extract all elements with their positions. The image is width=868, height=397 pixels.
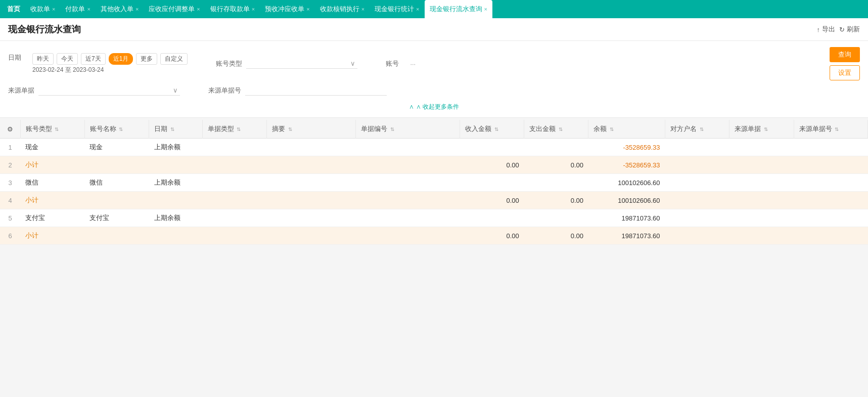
date-btn-more[interactable]: 更多 (136, 53, 157, 65)
date-btn-custom[interactable]: 自定义 (160, 53, 188, 65)
cell-source-doc-no (794, 192, 867, 209)
cell-counterparty (665, 209, 729, 227)
nav-tab-receipt[interactable]: 收款单 × (25, 0, 60, 18)
sort-icon-account-type: ⇅ (55, 126, 59, 132)
account-label: 账号 (386, 59, 406, 68)
search-settings-group: 查询 设置 (830, 47, 860, 80)
date-btn-yesterday[interactable]: 昨天 (32, 53, 54, 65)
nav-tab-other-income[interactable]: 其他收入单 × (96, 0, 144, 18)
col-settings[interactable]: ⚙ (0, 120, 20, 139)
account-group: 账号 ··· (386, 59, 416, 68)
sort-icon-doc-type: ⇅ (237, 126, 241, 132)
cell-account-name: 支付宝 (84, 209, 149, 227)
col-account-type[interactable]: 账号类型 ⇅ (20, 120, 84, 139)
nav-tab-prepay-label: 预收冲应收单 (265, 5, 304, 14)
source-doc-label: 来源单据 (8, 86, 34, 95)
export-label: 导出 (822, 25, 835, 34)
nav-tab-receipt-close[interactable]: × (52, 6, 55, 12)
cell-expense (524, 174, 588, 192)
col-income[interactable]: 收入金额 ⇅ (460, 120, 524, 139)
nav-tab-adjust[interactable]: 应收应付调整单 × (144, 0, 205, 18)
nav-tab-verify[interactable]: 收款核销执行 × (315, 0, 370, 18)
cell-account-type: 小计 (20, 156, 84, 174)
cell-doc-no (356, 209, 460, 227)
refresh-button[interactable]: ↻ 刷新 (839, 25, 860, 34)
nav-tab-stats-close[interactable]: × (416, 6, 419, 12)
col-doc-no[interactable]: 单据编号 ⇅ (356, 120, 460, 139)
nav-home[interactable]: 首页 (2, 0, 25, 18)
col-doc-type[interactable]: 单据类型 ⇅ (202, 120, 266, 139)
gear-icon: ⚙ (7, 125, 13, 133)
cell-account-name: 微信 (84, 174, 149, 192)
header-actions: ↑ 导出 ↻ 刷新 (817, 25, 860, 34)
nav-tab-bank-deposit-close[interactable]: × (252, 6, 255, 12)
cell-counterparty (665, 174, 729, 192)
nav-tab-flow-close[interactable]: × (484, 6, 487, 12)
col-account-name[interactable]: 账号名称 ⇅ (84, 120, 149, 139)
export-button[interactable]: ↑ 导出 (817, 25, 836, 34)
data-table: ⚙ 账号类型 ⇅ 账号名称 ⇅ 日期 ⇅ 单据类型 ⇅ (0, 120, 868, 245)
cell-summary (267, 209, 356, 227)
nav-tab-receipt-label: 收款单 (30, 5, 50, 14)
cell-balance: -3528659.33 (588, 139, 665, 156)
date-btn-1month[interactable]: 近1月 (109, 53, 133, 65)
header-row: ⚙ 账号类型 ⇅ 账号名称 ⇅ 日期 ⇅ 单据类型 ⇅ (0, 120, 868, 139)
nav-tab-flow[interactable]: 现金银行流水查询 × (425, 0, 492, 18)
nav-tab-adjust-close[interactable]: × (197, 6, 200, 12)
source-doc-select[interactable]: ∨ (38, 85, 180, 96)
cell-summary (267, 192, 356, 209)
nav-tab-payment[interactable]: 付款单 × (60, 0, 95, 18)
table-row: 4 小计 0.00 0.00 100102606.60 (0, 192, 868, 209)
table-row: 2 小计 0.00 0.00 -3528659.33 (0, 156, 868, 174)
col-counterparty[interactable]: 对方户名 ⇅ (665, 120, 729, 139)
account-type-select[interactable]: ∨ (246, 59, 357, 69)
cell-income (460, 174, 524, 192)
cell-index: 1 (0, 139, 20, 156)
date-options: 昨天 今天 近7天 近1月 更多 自定义 (32, 53, 188, 65)
filter-row-2: 来源单据 ∨ 来源单据号 (8, 85, 860, 96)
table-row: 3 微信 微信 上期余额 100102606.60 (0, 174, 868, 192)
cell-date: 上期余额 (149, 139, 203, 156)
cell-doc-type (202, 192, 266, 209)
nav-tab-prepay[interactable]: 预收冲应收单 × (260, 0, 314, 18)
cell-income: 0.00 (460, 156, 524, 174)
table-row: 6 小计 0.00 0.00 19871073.60 (0, 227, 868, 245)
cell-date: 上期余额 (149, 209, 203, 227)
cell-source-doc (729, 209, 794, 227)
cell-expense (524, 209, 588, 227)
search-button[interactable]: 查询 (830, 47, 860, 62)
settings-button[interactable]: 设置 (830, 65, 860, 80)
cell-balance: 19871073.60 (588, 227, 665, 245)
cell-account-name: 现金 (84, 139, 149, 156)
date-btn-today[interactable]: 今天 (57, 53, 78, 65)
nav-tab-bank-deposit[interactable]: 银行存取款单 × (205, 0, 260, 18)
nav-tab-verify-close[interactable]: × (361, 6, 364, 12)
table-row: 1 现金 现金 上期余额 -3528659.33 (0, 139, 868, 156)
source-doc-no-group: 来源单据号 (208, 85, 387, 96)
col-date[interactable]: 日期 ⇅ (149, 120, 203, 139)
source-doc-arrow: ∨ (173, 86, 178, 94)
account-type-label: 账号类型 (216, 59, 242, 68)
cell-source-doc-no (794, 156, 867, 174)
col-source-doc[interactable]: 来源单据 ⇅ (729, 120, 794, 139)
cell-summary (267, 174, 356, 192)
cell-account-type: 小计 (20, 192, 84, 209)
account-more-btn[interactable]: ··· (410, 60, 416, 68)
nav-tab-stats[interactable]: 现金银行统计 × (370, 0, 424, 18)
filter-row-1: 日期 昨天 今天 近7天 近1月 更多 自定义 2023-02-24 至 202… (8, 47, 860, 80)
col-summary[interactable]: 摘要 ⇅ (267, 120, 356, 139)
cell-source-doc (729, 156, 794, 174)
cell-account-type: 小计 (20, 227, 84, 245)
cell-source-doc (729, 227, 794, 245)
col-source-doc-no[interactable]: 来源单据号 ⇅ (794, 120, 867, 139)
cell-source-doc-no (794, 139, 867, 156)
date-btn-7days[interactable]: 近7天 (81, 53, 106, 65)
nav-tab-other-income-close[interactable]: × (135, 6, 139, 12)
source-doc-no-label: 来源单据号 (208, 86, 241, 95)
nav-tab-prepay-close[interactable]: × (306, 6, 309, 12)
nav-tab-payment-close[interactable]: × (87, 6, 90, 12)
source-doc-no-input[interactable] (245, 85, 387, 96)
col-balance[interactable]: 余额 ⇅ (588, 120, 665, 139)
col-expense[interactable]: 支出金额 ⇅ (524, 120, 588, 139)
collapse-row[interactable]: ∧ ∧ 收起更多条件 (8, 101, 860, 113)
